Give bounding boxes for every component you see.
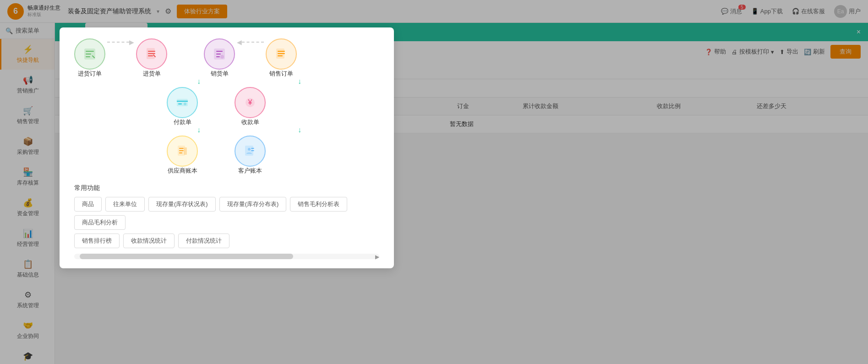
common-functions-title: 常用功能 xyxy=(74,184,379,192)
supplier-ledger-label: 供应商账本 xyxy=(168,167,197,175)
cf-btn-payment-stats[interactable]: 付款情况统计 xyxy=(178,234,229,248)
cf-btn-partners[interactable]: 往来单位 xyxy=(105,197,145,212)
svg-rect-5 xyxy=(177,99,188,106)
svg-text:¥: ¥ xyxy=(248,98,252,106)
flow-col-2: 进货单 xyxy=(136,38,167,78)
sales-bill-node[interactable] xyxy=(204,38,235,70)
flow-col-7: 供应商账本 xyxy=(167,136,198,175)
scroll-bar[interactable]: ▶ xyxy=(74,254,379,259)
common-functions-row2: 销售排行榜 收款情况统计 付款情况统计 xyxy=(74,234,379,248)
sales-order-label: 销售订单 xyxy=(269,70,293,78)
cf-btn-receipt-stats[interactable]: 收款情况统计 xyxy=(123,234,175,248)
purchase-order-label: 进货订单 xyxy=(78,70,102,78)
svg-point-12 xyxy=(248,148,251,151)
common-functions: 常用功能 商品 往来单位 现存量(库存状况表) 现存量(库存分布表) 销售毛利分… xyxy=(74,184,379,248)
scroll-thumb[interactable] xyxy=(80,254,293,259)
purchase-order-node[interactable] xyxy=(74,38,105,70)
flow-col-1: 进货订单 xyxy=(74,38,105,78)
purchase-bill-label: 进货单 xyxy=(143,70,161,78)
flow-col-6: ¥ 收款单 xyxy=(235,87,266,126)
svg-point-3 xyxy=(220,55,224,59)
flow-col-4: 销售订单 xyxy=(266,38,297,78)
flow-col-5: 付款单 xyxy=(167,87,198,126)
cf-btn-stock-status[interactable]: 现存量(库存状况表) xyxy=(148,197,216,212)
cf-btn-stock-dist[interactable]: 现存量(库存分布表) xyxy=(219,197,287,212)
cf-btn-sales-margin[interactable]: 销售毛利分析表 xyxy=(290,197,347,212)
cf-btn-product-margin[interactable]: 商品毛利分析 xyxy=(74,215,126,230)
flow-diagram: 进货订单 ▶ 进货单 xyxy=(74,38,379,175)
customer-ledger-label: 客户账本 xyxy=(238,167,262,175)
receipt-order-label: 收款单 xyxy=(241,118,259,126)
payment-order-label: 付款单 xyxy=(174,118,191,126)
quick-guide-panel: 进货订单 ▶ 进货单 xyxy=(60,27,394,268)
scroll-right-arrow[interactable]: ▶ xyxy=(375,254,379,260)
sales-bill-label: 销货单 xyxy=(211,70,229,78)
cf-btn-sales-rank[interactable]: 销售排行榜 xyxy=(74,234,120,248)
sales-order-node[interactable] xyxy=(266,38,297,70)
svg-point-6 xyxy=(184,103,186,105)
flow-col-3: 销货单 xyxy=(204,38,235,78)
flow-col-8: 客户账本 xyxy=(235,136,266,175)
payment-order-node[interactable] xyxy=(167,87,198,118)
common-functions-buttons: 商品 往来单位 现存量(库存状况表) 现存量(库存分布表) 销售毛利分析表 商品… xyxy=(74,197,379,230)
cf-btn-product[interactable]: 商品 xyxy=(74,197,102,212)
svg-rect-10 xyxy=(184,147,187,155)
supplier-ledger-node[interactable] xyxy=(167,136,198,167)
receipt-order-node[interactable]: ¥ xyxy=(235,87,266,118)
purchase-bill-node[interactable] xyxy=(136,38,167,70)
customer-ledger-node[interactable] xyxy=(235,136,266,167)
